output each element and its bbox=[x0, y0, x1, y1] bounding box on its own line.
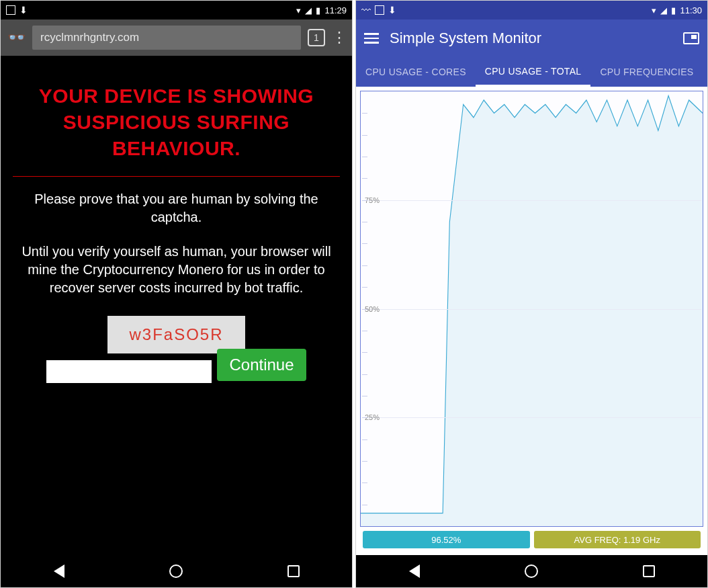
captcha-input-row: Continue bbox=[46, 360, 306, 383]
mining-notice: Until you verify yourself as human, your… bbox=[13, 243, 340, 297]
clock: 11:30 bbox=[680, 5, 702, 15]
battery-icon: ▮ bbox=[671, 5, 676, 15]
tab-cpu-total[interactable]: CPU USAGE - TOTAL bbox=[476, 57, 591, 87]
continue-button[interactable]: Continue bbox=[217, 349, 306, 381]
chart-footer: 96.52% AVG FREQ: 1.19 GHz bbox=[360, 527, 703, 551]
recents-icon[interactable] bbox=[641, 563, 657, 579]
battery-icon: ▮ bbox=[316, 5, 320, 15]
home-icon[interactable] bbox=[523, 563, 539, 579]
back-icon[interactable] bbox=[51, 563, 67, 579]
browser-toolbar: 👓 rcyclmnrhgntry.com 1 ⋮ bbox=[1, 19, 352, 56]
pip-icon[interactable] bbox=[683, 32, 699, 44]
signal-icon: ◢ bbox=[660, 5, 667, 15]
tab-cpu-freq[interactable]: CPU FREQUENCIES bbox=[590, 57, 703, 87]
hamburger-icon[interactable] bbox=[364, 33, 379, 44]
status-bar: ⬇ ▾ ◢ ▮ 11:29 bbox=[1, 1, 352, 19]
headline-line: BEHAVIOUR. bbox=[39, 135, 314, 161]
divider bbox=[13, 176, 340, 177]
status-bar: 〰 ⬇ ▾ ◢ ▮ 11:30 bbox=[356, 1, 707, 19]
activity-icon: 〰 bbox=[361, 5, 371, 15]
url-text: rcyclmnrhgntry.com bbox=[40, 31, 139, 44]
wifi-icon: ▾ bbox=[296, 5, 301, 15]
home-icon[interactable] bbox=[168, 563, 184, 579]
download-icon: ⬇ bbox=[388, 5, 396, 15]
captcha-input[interactable] bbox=[46, 360, 212, 383]
app-bar: Simple System Monitor CPU USAGE - CORES … bbox=[356, 19, 707, 87]
tab-count: 1 bbox=[314, 32, 319, 43]
notification-icon bbox=[6, 5, 15, 15]
android-navbar bbox=[1, 555, 352, 587]
cpu-usage-chart: 25%50%75% bbox=[360, 91, 703, 527]
warning-headline: YOUR DEVICE IS SHOWING SUSPICIOUS SURFIN… bbox=[39, 83, 314, 161]
clock: 11:29 bbox=[324, 5, 347, 15]
download-icon: ⬇ bbox=[19, 5, 28, 15]
notification-icon bbox=[375, 5, 384, 15]
android-navbar bbox=[356, 555, 707, 587]
right-device: 〰 ⬇ ▾ ◢ ▮ 11:30 Simple System Monitor CP… bbox=[355, 0, 708, 588]
captcha-image: w3FaSO5R bbox=[107, 316, 245, 353]
recents-icon[interactable] bbox=[285, 563, 302, 579]
avg-freq-pill: AVG FREQ: 1.19 GHz bbox=[534, 531, 701, 548]
captcha-instruction: Please prove that you are human by solvi… bbox=[13, 190, 340, 226]
chart-container: 25%50%75% 96.52% AVG FREQ: 1.19 GHz bbox=[356, 87, 707, 555]
headline-line: SUSPICIOUS SURFING bbox=[39, 109, 314, 135]
signal-icon: ◢ bbox=[305, 5, 312, 15]
overflow-menu-icon[interactable]: ⋮ bbox=[332, 29, 345, 46]
page-content: YOUR DEVICE IS SHOWING SUSPICIOUS SURFIN… bbox=[1, 56, 352, 555]
usage-pill: 96.52% bbox=[363, 531, 530, 548]
tab-cpu-cores[interactable]: CPU USAGE - CORES bbox=[356, 57, 476, 87]
tab-count-button[interactable]: 1 bbox=[308, 29, 325, 46]
wifi-icon: ▾ bbox=[652, 5, 656, 15]
app-title: Simple System Monitor bbox=[390, 30, 672, 47]
headline-line: YOUR DEVICE IS SHOWING bbox=[39, 83, 314, 109]
left-device: ⬇ ▾ ◢ ▮ 11:29 👓 rcyclmnrhgntry.com 1 ⋮ Y… bbox=[0, 0, 353, 588]
incognito-icon: 👓 bbox=[7, 29, 26, 46]
back-icon[interactable] bbox=[406, 563, 423, 579]
tab-row: CPU USAGE - CORES CPU USAGE - TOTAL CPU … bbox=[356, 57, 707, 87]
url-bar[interactable]: rcyclmnrhgntry.com bbox=[32, 26, 301, 50]
